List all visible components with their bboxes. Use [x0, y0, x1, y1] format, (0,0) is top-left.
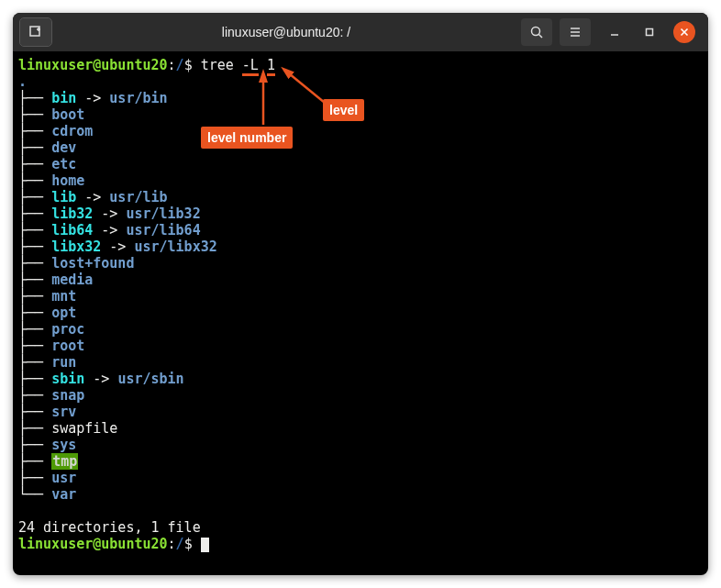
prompt-line-1: linuxuser@ubuntu20:/$ tree -L 1: [18, 57, 703, 73]
arrow-text: ->: [93, 222, 126, 239]
tree-branch-icon: ├──: [18, 172, 51, 189]
tree-branch-icon: ├──: [18, 387, 51, 404]
tree-item: ├── home: [18, 172, 703, 189]
tree-dir-name: etc: [51, 156, 76, 172]
tree-item: ├── lib32 -> usr/lib32: [18, 205, 703, 222]
tree-dir-name: mnt: [51, 288, 76, 305]
tree-item: ├── lib64 -> usr/lib64: [18, 222, 703, 239]
tree-item: ├── media: [18, 272, 703, 288]
window-title: linuxuser@ubuntu20: /: [59, 25, 514, 39]
cmd-arg: 1: [267, 57, 275, 76]
tree-link-name: lib: [51, 189, 76, 205]
svg-point-3: [532, 28, 540, 36]
minimize-icon: [610, 28, 619, 37]
prompt-sep: :: [168, 57, 176, 73]
terminal-window: linuxuser@ubuntu20: /: [13, 13, 708, 575]
tree-branch-icon: ├──: [18, 139, 51, 156]
tree-branch-icon: ├──: [18, 354, 51, 371]
titlebar: linuxuser@ubuntu20: /: [13, 13, 708, 51]
tree-link-name: lib32: [51, 205, 93, 222]
tree-dir-name: dev: [51, 139, 76, 156]
tree-item: ├── swapfile: [18, 420, 703, 437]
tree-item: ├── libx32 -> usr/libx32: [18, 239, 703, 255]
tree-item: ├── snap: [18, 387, 703, 404]
tree-item: ├── cdrom: [18, 123, 703, 139]
tree-link-name: lib64: [51, 222, 93, 239]
tree-dir-name: srv: [51, 404, 76, 420]
tree-dir-name: media: [51, 272, 93, 288]
tree-item: ├── root: [18, 338, 703, 354]
tree-branch-icon: ├──: [18, 470, 51, 486]
tree-dir-name: usr: [51, 470, 76, 486]
minimize-button[interactable]: [604, 21, 626, 43]
tree-dir-name: var: [51, 486, 76, 503]
tree-dir-name: root: [51, 338, 84, 354]
svg-line-4: [539, 35, 543, 39]
tree-dir-name: boot: [51, 106, 84, 123]
tree-dir-name: home: [51, 172, 84, 189]
tree-branch-icon: ├──: [18, 371, 51, 387]
maximize-button[interactable]: [638, 21, 660, 43]
prompt-path: /: [176, 57, 184, 73]
tree-branch-icon: ├──: [18, 420, 51, 437]
tree-item: ├── opt: [18, 305, 703, 321]
tree-branch-icon: ├──: [18, 453, 51, 470]
search-button[interactable]: [521, 18, 552, 46]
search-icon: [529, 25, 544, 39]
tree-branch-icon: ├──: [18, 338, 51, 354]
tree-item: ├── mnt: [18, 288, 703, 305]
tree-link-target: usr/lib: [109, 189, 167, 205]
tree-item: ├── run: [18, 354, 703, 371]
tree-root-dot: .: [18, 73, 27, 90]
tree-item: ├── boot: [18, 106, 703, 123]
prompt-user-2: linuxuser@ubuntu20: [18, 536, 168, 552]
arrow-text: ->: [76, 189, 109, 205]
tree-dir-name: opt: [51, 305, 76, 321]
summary-line: 24 directories, 1 file: [18, 519, 703, 536]
arrow-text: ->: [101, 239, 134, 255]
tree-link-target: usr/lib64: [126, 222, 200, 239]
tree-branch-icon: └──: [18, 486, 51, 503]
close-button[interactable]: [673, 21, 695, 43]
tree-file-name: swapfile: [51, 420, 117, 437]
tree-link-name: sbin: [51, 371, 84, 387]
cmd-space: [259, 57, 267, 73]
arrow-text: ->: [76, 90, 109, 106]
tree-dir-name: lost+found: [51, 255, 134, 272]
window-controls: [598, 21, 701, 43]
prompt-path-2: /: [176, 536, 184, 552]
tree-root: .: [18, 73, 703, 90]
tree-item: ├── etc: [18, 156, 703, 172]
arrow-text: ->: [93, 205, 126, 222]
prompt-sep-2: :: [168, 536, 176, 552]
tree-branch-icon: ├──: [18, 321, 51, 338]
tree-branch-icon: ├──: [18, 106, 51, 123]
prompt-symbol-2: $: [184, 536, 201, 552]
prompt-symbol: $: [184, 57, 201, 73]
menu-button[interactable]: [560, 18, 591, 46]
tree-item: ├── srv: [18, 404, 703, 420]
hamburger-icon: [568, 25, 582, 39]
tree-item: ├── proc: [18, 321, 703, 338]
tree-item: ├── lost+found: [18, 255, 703, 272]
tree-link-target: usr/libx32: [134, 239, 216, 255]
tree-branch-icon: ├──: [18, 437, 51, 453]
cmd-prefix: tree: [201, 57, 242, 73]
terminal-body[interactable]: linuxuser@ubuntu20:/$ tree -L 1 . ├── bi…: [13, 51, 708, 558]
tree-tmp-name: tmp: [51, 453, 78, 470]
tree-dir-name: run: [51, 354, 76, 371]
tree-item: ├── usr: [18, 470, 703, 486]
new-tab-icon: [28, 25, 43, 39]
tree-branch-icon: ├──: [18, 123, 51, 139]
tree-branch-icon: ├──: [18, 205, 51, 222]
tree-dir-name: proc: [51, 321, 84, 338]
tree-branch-icon: ├──: [18, 288, 51, 305]
prompt-user: linuxuser@ubuntu20: [18, 57, 168, 73]
tree-item: ├── bin -> usr/bin: [18, 90, 703, 106]
new-tab-button[interactable]: [20, 18, 51, 46]
tree-branch-icon: ├──: [18, 222, 51, 239]
tree-branch-icon: ├──: [18, 404, 51, 420]
svg-rect-9: [647, 29, 653, 36]
close-icon: [680, 28, 689, 37]
tree-branch-icon: ├──: [18, 90, 51, 106]
